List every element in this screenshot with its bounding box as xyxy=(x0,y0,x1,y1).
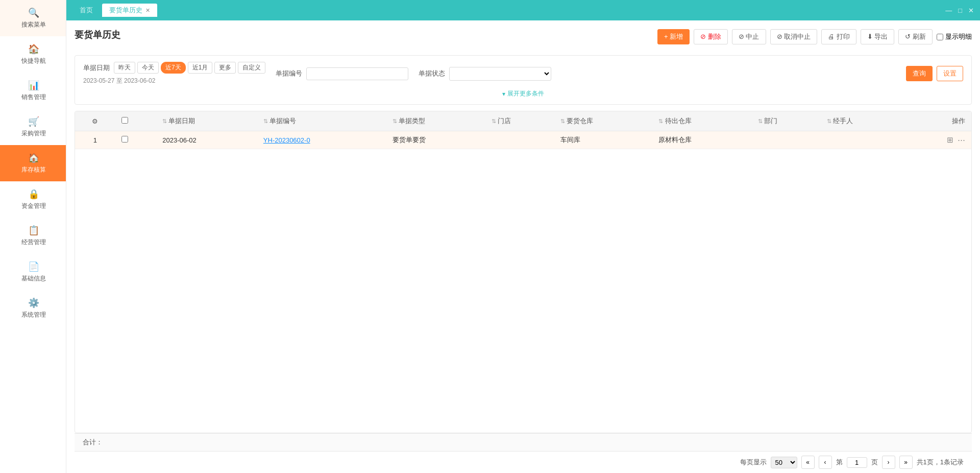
cell-handler xyxy=(821,131,904,149)
inventory-icon: 🏠 xyxy=(28,152,39,163)
per-page-select[interactable]: 2050100 xyxy=(771,457,797,468)
refresh-button[interactable]: ↺ 刷新 xyxy=(898,29,933,44)
sidebar-item-operations[interactable]: 📋 经营管理 xyxy=(0,218,66,254)
next-page-button[interactable]: › xyxy=(882,456,895,469)
date-buttons: 昨天今天近7天近1月更多自定义 xyxy=(114,62,265,74)
cancel-stop-button[interactable]: ⊘ 取消中止 xyxy=(770,29,818,44)
total-info: 共1页，1条记录 xyxy=(917,458,964,467)
date-btn-自定义[interactable]: 自定义 xyxy=(238,62,265,74)
col-header-bill_type: ⇅ 单据类型 xyxy=(386,111,485,131)
minimize-button[interactable]: — xyxy=(945,7,952,14)
col-header-department: ⇅ 部门 xyxy=(752,111,821,131)
sidebar-item-quick-nav[interactable]: 🏠 快捷导航 xyxy=(0,36,66,73)
sort-icon-bill_date: ⇅ xyxy=(162,118,168,124)
page-title: 要货单历史 xyxy=(75,29,120,41)
cell-store xyxy=(485,131,554,149)
date-filter-label: 单据日期 xyxy=(83,63,110,73)
col-header-handler: ⇅ 经手人 xyxy=(821,111,904,131)
query-button[interactable]: 查询 xyxy=(906,66,933,81)
sort-icon-pending_warehouse: ⇅ xyxy=(658,118,665,124)
expand-more-row: ▾ 展开更多条件 xyxy=(83,89,963,98)
cell-department xyxy=(752,131,821,149)
prev-page-button[interactable]: ‹ xyxy=(819,456,832,469)
page-unit: 页 xyxy=(871,458,878,467)
bill-no-input[interactable] xyxy=(306,67,408,80)
current-page-prefix: 第 xyxy=(836,458,843,467)
setting-button[interactable]: 设置 xyxy=(937,66,963,81)
col-header-settings[interactable]: ⚙ xyxy=(75,111,115,131)
more-action-icon[interactable]: ⋯ xyxy=(958,135,965,145)
sort-icon-bill_no: ⇅ xyxy=(263,118,270,124)
sidebar-item-purchase[interactable]: 🛒 采购管理 xyxy=(0,109,66,145)
new-button[interactable]: + 新增 xyxy=(657,29,690,44)
sidebar-item-basic-info[interactable]: 📄 基础信息 xyxy=(0,254,66,290)
tab-requisition-history[interactable]: 要货单历史✕ xyxy=(102,4,157,17)
first-page-button[interactable]: « xyxy=(801,456,815,469)
top-bar-right: — □ ✕ xyxy=(945,7,974,14)
cell-checkbox xyxy=(115,131,157,149)
date-btn-近7天[interactable]: 近7天 xyxy=(161,62,186,74)
date-btn-更多[interactable]: 更多 xyxy=(214,62,236,74)
cell-bill_type: 要货单要货 xyxy=(386,131,485,149)
sidebar-item-label: 销售管理 xyxy=(21,93,46,102)
date-btn-近1月[interactable]: 近1月 xyxy=(188,62,213,74)
sort-icon-handler: ⇅ xyxy=(827,118,833,124)
pagination-bar: 每页显示 2050100 « ‹ 第 页 › » 共1页，1条记录 xyxy=(75,451,972,473)
expand-more-label: 展开更多条件 xyxy=(507,89,544,98)
sidebar-item-label: 经营管理 xyxy=(21,238,46,247)
print-button[interactable]: 🖨 打印 xyxy=(821,29,856,44)
col-header-checkbox[interactable] xyxy=(115,111,157,131)
sidebar-item-system[interactable]: ⚙️ 系统管理 xyxy=(0,290,66,326)
tab-close-requisition-history[interactable]: ✕ xyxy=(145,7,150,14)
date-filter-group: 单据日期 昨天今天近7天近1月更多自定义 2023-05-27 至 2023-0… xyxy=(83,62,265,85)
per-page-label: 每页显示 xyxy=(740,458,767,467)
date-range-display: 2023-05-27 至 2023-06-02 xyxy=(83,77,265,85)
display-detail-label: 显示明细 xyxy=(945,32,972,41)
display-detail-toggle[interactable]: 显示明细 xyxy=(937,32,972,41)
sidebar-item-inventory[interactable]: 🏠 库存核算 xyxy=(0,145,66,181)
col-header-bill_no: ⇅ 单据编号 xyxy=(257,111,386,131)
date-btn-昨天[interactable]: 昨天 xyxy=(114,62,135,74)
sidebar-item-label: 快捷导航 xyxy=(21,57,46,65)
col-header-actions: 操作 xyxy=(904,111,971,131)
sidebar-item-sales[interactable]: 📊 销售管理 xyxy=(0,73,66,109)
sidebar-item-label: 系统管理 xyxy=(21,311,46,319)
view-action-icon[interactable]: ⊞ xyxy=(947,135,953,145)
date-btn-今天[interactable]: 今天 xyxy=(137,62,159,74)
bill-no-filter: 单据编号 xyxy=(276,67,408,80)
expand-more-button[interactable]: ▾ 展开更多条件 xyxy=(502,89,544,98)
current-page-input[interactable] xyxy=(847,457,867,468)
maximize-button[interactable]: □ xyxy=(958,7,962,14)
bill-status-select[interactable] xyxy=(449,67,551,81)
data-table: ⚙⇅ 单据日期⇅ 单据编号⇅ 单据类型⇅ 门店⇅ 要货仓库⇅ 待出仓库⇅ 部门⇅… xyxy=(75,111,971,149)
system-icon: ⚙️ xyxy=(28,297,39,309)
select-all-checkbox[interactable] xyxy=(121,117,128,124)
table-settings-icon[interactable]: ⚙ xyxy=(92,117,98,125)
filter-row: 单据日期 昨天今天近7天近1月更多自定义 2023-05-27 至 2023-0… xyxy=(83,62,963,85)
export-button[interactable]: ⬇ 导出 xyxy=(861,29,895,44)
sidebar-item-label: 搜索菜单 xyxy=(21,20,46,29)
last-page-button[interactable]: » xyxy=(899,456,913,469)
bill-no-link[interactable]: YH-20230602-0 xyxy=(263,136,310,144)
stop-button[interactable]: ⊘ 中止 xyxy=(732,29,766,44)
cell-actions: ⊞ ⋯ xyxy=(904,131,971,149)
search-menu-icon: 🔍 xyxy=(28,7,39,18)
purchase-icon: 🛒 xyxy=(28,116,39,127)
filter-actions: 查询 设置 xyxy=(906,66,963,81)
sidebar-item-finance[interactable]: 🔒 资金管理 xyxy=(0,181,66,218)
col-header-bill_date: ⇅ 单据日期 xyxy=(156,111,257,131)
table-footer: 合计： xyxy=(75,433,972,451)
delete-button[interactable]: ⊘ 删除 xyxy=(694,29,728,44)
cell-req_warehouse: 车间库 xyxy=(554,131,652,149)
table-body: 12023-06-02YH-20230602-0要货单要货车间库原材料仓库 ⊞ … xyxy=(75,131,971,149)
table-wrapper: ⚙⇅ 单据日期⇅ 单据编号⇅ 单据类型⇅ 门店⇅ 要货仓库⇅ 待出仓库⇅ 部门⇅… xyxy=(75,111,972,433)
sidebar-item-search-menu[interactable]: 🔍 搜索菜单 xyxy=(0,0,66,36)
close-button[interactable]: ✕ xyxy=(968,7,974,14)
total-label: 合计： xyxy=(83,438,103,447)
sort-icon-store: ⇅ xyxy=(492,118,498,124)
tab-home[interactable]: 首页 xyxy=(72,4,100,17)
cell-settings: 1 xyxy=(75,131,115,149)
sort-icon-department: ⇅ xyxy=(758,118,764,124)
display-detail-checkbox[interactable] xyxy=(937,34,943,40)
row-checkbox[interactable] xyxy=(121,136,128,143)
